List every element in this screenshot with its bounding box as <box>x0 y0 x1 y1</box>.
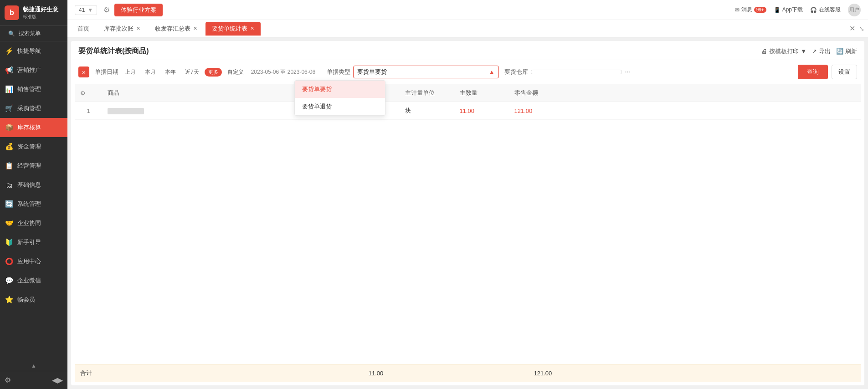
sidebar-item-purchase[interactable]: 🛒 采购管理 <box>0 99 67 118</box>
sidebar-item-quick-nav[interactable]: ⚡ 快捷导航 <box>0 41 67 61</box>
qty-link[interactable]: 11.00 <box>460 107 475 114</box>
print-icon: 🖨 <box>761 48 767 55</box>
inventory-icon: 📦 <box>5 123 14 132</box>
settings-button[interactable]: 设置 <box>832 65 857 79</box>
export-button[interactable]: ↗ 导出 <box>812 47 831 56</box>
quick-nav-icon: ⚡ <box>5 46 14 56</box>
sidebar-item-system[interactable]: 🔄 系统管理 <box>0 194 67 214</box>
date-opt-this-year[interactable]: 本年 <box>161 67 180 77</box>
inner-page: 要货单统计表(按商品) 🖨 按模板打印 ▼ ↗ 导出 🔄 刷新 <box>71 41 864 385</box>
tab-inventory-batch[interactable]: 库存批次账 ✕ <box>98 22 147 36</box>
sidebar-item-inventory[interactable]: 📦 库存核算 <box>0 118 67 137</box>
export-icon: ↗ <box>812 48 817 55</box>
close-tab-inventory[interactable]: ✕ <box>136 26 140 31</box>
sidebar-item-enterprise[interactable]: 🤝 企业协同 <box>0 214 67 233</box>
sidebar-item-wechat[interactable]: 💬 企业微信 <box>0 271 67 290</box>
sale-amount-link[interactable]: 121.00 <box>514 107 533 114</box>
filter-divider <box>321 67 321 77</box>
footer-total-label: 合计 <box>80 369 241 377</box>
member-icon: ⭐ <box>5 295 14 304</box>
close-tab-receipts[interactable]: ✕ <box>193 26 197 31</box>
sidebar-item-app-center[interactable]: ⭕ 应用中心 <box>0 252 67 271</box>
store-selector[interactable]: 41 ▼ <box>75 5 97 15</box>
sidebar-item-guide[interactable]: 🔰 新手引导 <box>0 233 67 252</box>
finance-icon: 💰 <box>5 142 14 151</box>
wechat-icon: 💬 <box>5 276 14 285</box>
date-opt-last-month[interactable]: 上月 <box>121 67 139 77</box>
page-title: 要货单统计表(按商品) <box>78 46 149 56</box>
date-opt-custom[interactable]: 自定义 <box>224 67 247 77</box>
sidebar-item-sales[interactable]: 📊 销售管理 <box>0 80 67 99</box>
tab-receipts-summary[interactable]: 收发存汇总表 ✕ <box>149 22 204 36</box>
scroll-up-arrow[interactable]: ▲ <box>31 363 36 369</box>
date-opt-this-month[interactable]: 本月 <box>141 67 159 77</box>
table-header-row: ⚙ 商品 主计量单位 主数量 零 <box>75 84 861 102</box>
expand-tabs-button[interactable]: ⤡ <box>859 25 864 32</box>
date-opt-7days[interactable]: 近7天 <box>181 67 203 77</box>
table-container: ⚙ 商品 主计量单位 主数量 零 <box>71 84 864 364</box>
sidebar-item-member[interactable]: ⭐ 畅会员 <box>0 290 67 309</box>
phone-icon: 📱 <box>774 7 781 13</box>
user-avatar[interactable]: 用户 <box>848 4 861 16</box>
trial-button[interactable]: 体验行业方案 <box>114 4 163 16</box>
filter-actions: 查询 设置 <box>798 65 857 79</box>
print-button[interactable]: 🖨 按模板打印 ▼ <box>761 47 806 56</box>
dropdown-item-purchase-return[interactable]: 要货单退货 <box>295 98 385 115</box>
sidebar-item-finance[interactable]: 💰 资金管理 <box>0 137 67 156</box>
footer-total-qty: 11.00 <box>241 370 529 377</box>
cell-unit: 块 <box>400 102 454 120</box>
date-opt-more[interactable]: 更多 <box>205 68 222 77</box>
column-settings-icon[interactable]: ⚙ <box>80 90 86 97</box>
sidebar-item-basic-info[interactable]: 🗂 基础信息 <box>0 175 67 194</box>
header-settings-icon[interactable]: ⚙ <box>103 5 110 14</box>
online-service-button[interactable]: 🎧 在线客服 <box>810 6 841 14</box>
expand-icon: » <box>82 68 86 76</box>
type-select-dropdown[interactable]: 要货单要货 ▲ <box>353 66 499 78</box>
product-blurred <box>108 108 144 114</box>
collapse-icon[interactable]: ◀▶ <box>52 376 63 384</box>
sidebar-search[interactable]: 🔍 搜索菜单 <box>0 26 67 41</box>
sidebar-item-operations[interactable]: 📋 经营管理 <box>0 156 67 175</box>
headset-icon: 🎧 <box>810 7 817 13</box>
cell-qty: 11.00 <box>454 102 509 120</box>
table-row: 1 块 11.00 121.00 <box>75 102 861 120</box>
sidebar-nav: ⚡ 快捷导航 📢 营销推广 📊 销售管理 🛒 采购管理 📦 库存核算 💰 资金管… <box>0 41 67 361</box>
header-left: 41 ▼ ⚙ 体验行业方案 <box>75 4 735 16</box>
date-filter-group: 单据日期 上月 本月 本年 近7天 更多 自定义 2023-05-06 至 20… <box>95 67 315 77</box>
sidebar-scroll-up: ▲ <box>0 361 67 371</box>
cell-empty <box>564 102 861 120</box>
app-logo-icon: b <box>5 5 19 20</box>
warehouse-select-input[interactable] <box>531 70 622 74</box>
date-range-text: 2023-05-06 至 2023-06-06 <box>251 68 315 76</box>
inner-page-header: 要货单统计表(按商品) 🖨 按模板打印 ▼ ↗ 导出 🔄 刷新 <box>71 41 864 60</box>
query-button[interactable]: 查询 <box>798 65 828 79</box>
date-options: 上月 本月 本年 近7天 更多 自定义 <box>121 67 247 77</box>
th-settings[interactable]: ⚙ <box>75 84 102 102</box>
dropdown-item-purchase-order[interactable]: 要货单要货 <box>295 81 385 98</box>
sidebar-logo[interactable]: b 畅捷通好生意 标准版 <box>0 0 67 26</box>
guide-icon: 🔰 <box>5 238 14 247</box>
close-all-tabs-button[interactable]: ✕ <box>849 24 855 33</box>
close-tab-order-stats[interactable]: ✕ <box>250 26 254 31</box>
warehouse-filter-group: 要货仓库 ··· <box>504 68 631 76</box>
more-filters-button[interactable]: ··· <box>625 68 631 76</box>
chevron-down-icon: ▼ <box>87 7 93 13</box>
refresh-button[interactable]: 🔄 刷新 <box>836 47 857 56</box>
purchase-icon: 🛒 <box>5 104 14 113</box>
search-icon: 🔍 <box>8 31 15 37</box>
filter-expand-toggle[interactable]: » <box>78 67 89 77</box>
sidebar-item-marketing[interactable]: 📢 营销推广 <box>0 61 67 80</box>
app-download-button[interactable]: 📱 App下载 <box>774 6 803 14</box>
date-filter-label: 单据日期 <box>95 68 118 76</box>
settings-bottom-icon[interactable]: ⚙ <box>5 376 11 384</box>
tab-order-stats[interactable]: 要货单统计表 ✕ <box>205 22 261 36</box>
message-icon: ✉ <box>735 7 740 13</box>
message-button[interactable]: ✉ 消息 99+ <box>735 6 766 14</box>
sidebar: b 畅捷通好生意 标准版 🔍 搜索菜单 ⚡ 快捷导航 📢 营销推广 📊 销售管理… <box>0 0 67 389</box>
th-unit: 主计量单位 <box>400 84 454 102</box>
cell-row-num: 1 <box>75 102 102 120</box>
page-header-actions: 🖨 按模板打印 ▼ ↗ 导出 🔄 刷新 <box>761 47 857 56</box>
operations-icon: 📋 <box>5 161 14 170</box>
app-center-icon: ⭕ <box>5 257 14 266</box>
tab-home[interactable]: 首页 <box>71 22 96 36</box>
